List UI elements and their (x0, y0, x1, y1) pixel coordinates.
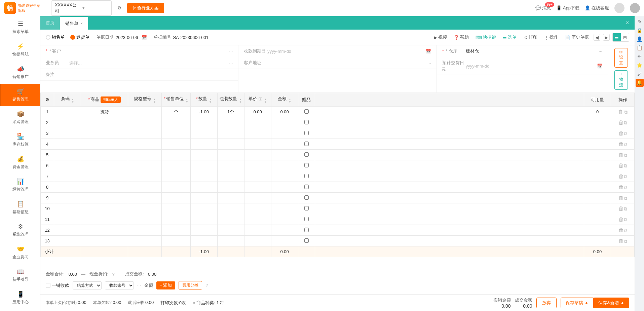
abandon-button[interactable]: 放弃 (536, 298, 557, 308)
sidebar-item-system[interactable]: ⚙ 系统管理 (0, 219, 40, 241)
gift-checkbox[interactable] (304, 206, 309, 210)
gift-checkbox[interactable] (304, 109, 309, 114)
nav-next-arrow[interactable]: ▶ (603, 34, 610, 41)
sidebar-item-collab[interactable]: 🤝 企业协同 (0, 241, 40, 264)
delete-row-icon[interactable]: 🗑 (618, 238, 624, 244)
expected-date-input[interactable] (466, 64, 596, 69)
price-info-icon[interactable]: ⓘ (259, 97, 262, 101)
tab-close-icon[interactable]: × (80, 21, 83, 26)
sidebar-item-sales[interactable]: 🛒 销售管理 (0, 84, 40, 106)
sidebar-item-purchase[interactable]: 📦 采购管理 (0, 106, 40, 129)
copy-row-icon[interactable]: ⧉ (624, 238, 627, 244)
gift-checkbox[interactable] (304, 142, 309, 146)
rs-lock-icon[interactable]: 🔒 (636, 26, 644, 34)
rs-clipboard-icon[interactable]: 📋 (636, 44, 644, 52)
gift-checkbox[interactable] (304, 131, 309, 135)
sidebar-item-shortcut[interactable]: ⚡ 快捷导航 (0, 39, 40, 61)
delete-row-icon[interactable]: 🗑 (618, 109, 623, 115)
date-value[interactable]: 2023-06-06 (116, 35, 138, 40)
copy-row-icon[interactable]: ⧉ (624, 152, 627, 158)
delete-row-icon[interactable]: 🗑 (618, 120, 624, 125)
payment-method-select[interactable]: 结算方式 (73, 281, 102, 289)
save-new-button[interactable]: 保存&新增 ▲ (594, 298, 629, 308)
toolbar-print[interactable]: 🖨 打印 (521, 33, 539, 41)
receipt-date-input[interactable] (267, 49, 424, 54)
avatar2[interactable] (630, 3, 640, 13)
radio-sales-order[interactable]: 销售单 (46, 34, 65, 40)
cell-amount[interactable]: 0.00 (271, 107, 298, 117)
orderno-value[interactable]: SA-20230606-001 (173, 35, 209, 40)
toolbar-video[interactable]: ▶ 视频 (432, 33, 449, 41)
calendar-icon[interactable]: 📅 (142, 35, 147, 40)
copy-row-icon[interactable]: ⧉ (624, 206, 627, 211)
company-selector[interactable]: XXXXXX公司 ▾ (51, 0, 112, 16)
gift-checkbox[interactable] (304, 174, 309, 178)
avatar[interactable] (614, 3, 624, 13)
rs-user-icon[interactable]: 👤 (636, 35, 644, 43)
sidebar-item-inventory[interactable]: 🏪 库存核算 (0, 129, 40, 151)
price-sort-icon[interactable]: ▲▼ (264, 98, 267, 104)
copy-row-icon[interactable]: ⧉ (624, 120, 627, 125)
copy-row-icon[interactable]: ⧉ (624, 217, 627, 222)
tab-home[interactable]: 首页 (40, 16, 60, 30)
copy-row-icon[interactable]: ⧉ (624, 131, 627, 136)
view-list-btn[interactable]: ☰ (613, 33, 621, 41)
rs-alert-icon[interactable]: 🔔 (636, 79, 644, 87)
delete-row-icon[interactable]: 🗑 (618, 141, 624, 147)
message-button[interactable]: 💬 消息 99+ (535, 5, 551, 11)
warehouse-input[interactable] (466, 49, 599, 54)
cell-price[interactable]: 0.00 (244, 107, 271, 117)
history-balance-icon[interactable]: ? (109, 300, 112, 305)
expense-help-icon[interactable]: ? (205, 283, 208, 288)
customer-input[interactable] (69, 49, 229, 54)
receipt-date-calendar-icon[interactable]: 📅 (426, 49, 431, 54)
delete-row-icon[interactable]: 🗑 (618, 195, 624, 201)
sidebar-item-marketing[interactable]: 📣 营销推广 (0, 61, 40, 84)
cell-barcode[interactable] (54, 107, 81, 117)
logistics-button[interactable]: + 物流 (614, 70, 628, 90)
delete-row-icon[interactable]: 🗑 (618, 173, 624, 179)
account-dots[interactable]: ··· (137, 283, 141, 288)
cell-product[interactable]: 拣货 (81, 107, 128, 117)
sidebar-item-search[interactable]: ☰ 搜索菜单 (0, 16, 40, 39)
rs-pencil-icon[interactable]: ✏ (636, 52, 644, 61)
online-service-button[interactable]: 👤 在线客服 (585, 5, 609, 11)
sidebar-item-base[interactable]: 📋 基础信息 (0, 196, 40, 219)
delete-row-icon[interactable]: 🗑 (618, 206, 624, 211)
gift-checkbox[interactable] (304, 185, 309, 189)
cell-pack[interactable]: 1个 (217, 107, 244, 117)
payment-account-select[interactable]: 收款账号 (105, 281, 134, 289)
copy-row-icon[interactable]: ⧉ (624, 195, 627, 201)
company-settings-icon[interactable]: ⚙ (114, 3, 124, 13)
delete-row-icon[interactable]: 🗑 (618, 217, 624, 222)
discount-help-icon[interactable]: ? (112, 272, 115, 277)
toolbar-ops[interactable]: ⋮ 操作 (542, 33, 560, 41)
spec-sort-icon[interactable]: ▲▼ (153, 98, 156, 104)
app-download-button[interactable]: 📱 App下载 (556, 5, 579, 11)
rs-star-icon[interactable]: ⭐ (636, 61, 644, 69)
toolbar-select[interactable]: ☰ 选单 (501, 33, 519, 41)
save-draft-button[interactable]: 保存草稿 ▲ (561, 298, 594, 308)
customer-addr-input[interactable] (267, 61, 427, 66)
amount-sort-icon[interactable]: ▲▼ (289, 98, 291, 104)
gift-checkbox[interactable] (304, 217, 309, 221)
copy-row-icon[interactable]: ⧉ (624, 174, 627, 179)
salesperson-dots[interactable]: ··· (229, 61, 233, 66)
copy-row-icon[interactable]: ⧉ (624, 163, 627, 168)
copy-row-icon[interactable]: ⧉ (624, 228, 627, 233)
copy-row-icon[interactable]: ⧉ (624, 142, 627, 147)
rs-pen-icon[interactable]: 🖊 (636, 70, 644, 78)
gift-checkbox[interactable] (304, 238, 309, 243)
sidebar-item-guide[interactable]: 📖 新手引导 (0, 264, 40, 286)
qty-sort-icon[interactable]: ▲▼ (209, 98, 212, 104)
addr-dots[interactable]: ··· (427, 61, 431, 66)
th-settings[interactable]: ⚙ (41, 93, 54, 107)
trial-button[interactable]: 体验行业方案 (127, 3, 164, 13)
barcode-sort-icon[interactable]: ▲▼ (71, 98, 74, 104)
cell-gift[interactable] (298, 107, 315, 117)
warehouse-dots[interactable]: ··· (599, 49, 602, 54)
expense-split-button[interactable]: 费用分摊 (179, 281, 202, 289)
unit-sort-icon[interactable]: ▲▼ (186, 98, 188, 104)
sidebar-item-finance[interactable]: 💰 资金管理 (0, 151, 40, 174)
rs-edit-icon[interactable]: ✎ (636, 17, 644, 26)
